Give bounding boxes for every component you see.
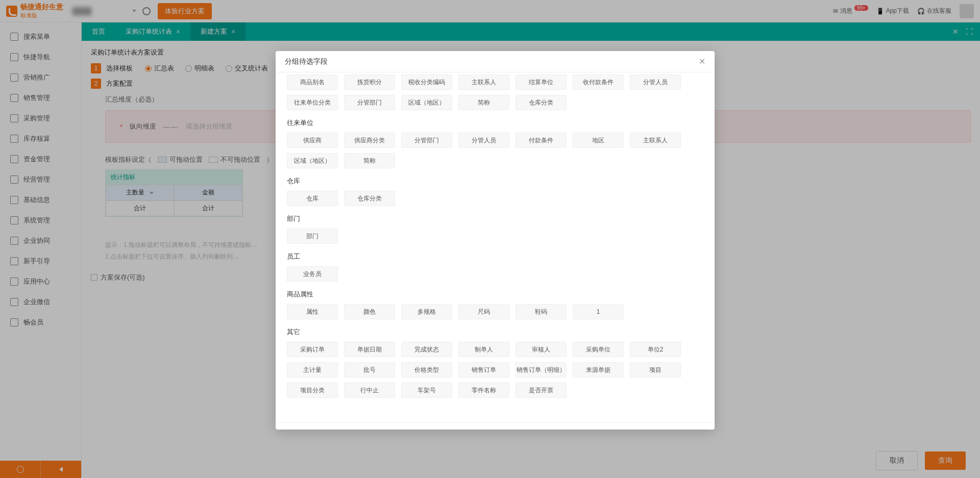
field-option[interactable]: 单位2 [630,342,681,357]
field-option[interactable]: 供应商分类 [344,133,395,148]
modal-hscroll[interactable] [276,422,715,430]
field-option[interactable]: 拣货积分 [344,74,395,90]
field-option[interactable]: 采购订单 [287,342,338,357]
field-option[interactable]: 零件名称 [458,383,509,398]
modal-body[interactable]: 商品别名拣货积分税收分类编码主联系人结算单位收付款条件分管人员往来单位分类分管部… [276,72,715,422]
field-option[interactable]: 项目 [630,362,681,378]
field-option[interactable]: 主计量 [287,362,338,378]
field-group-title: 商品属性 [287,290,703,299]
field-option[interactable]: 是否开票 [516,383,567,398]
field-group-title: 员工 [287,252,703,261]
field-picker-modal: 分组待选字段 ✕ 商品别名拣货积分税收分类编码主联系人结算单位收付款条件分管人员… [276,51,715,430]
field-option[interactable]: 来源单据 [573,362,624,378]
field-option[interactable]: 区域（地区） [401,95,452,110]
field-option[interactable]: 仓库分类 [516,95,567,110]
field-option[interactable]: 车架号 [401,383,452,398]
field-option[interactable]: 鞋码 [516,304,567,319]
field-option[interactable]: 分管人员 [458,133,509,148]
field-option[interactable]: 分管部门 [401,133,452,148]
field-group-title: 仓库 [287,177,703,186]
field-option[interactable]: 分管人员 [630,74,681,90]
field-option[interactable]: 批号 [344,362,395,378]
modal-header: 分组待选字段 ✕ [276,51,715,72]
field-option[interactable]: 仓库 [287,191,338,206]
field-option[interactable]: 属性 [287,304,338,319]
field-option[interactable]: 区域（地区） [287,153,338,168]
modal-title: 分组待选字段 [285,57,328,66]
field-option[interactable]: 分管部门 [344,95,395,110]
field-option[interactable]: 地区 [573,133,624,148]
field-option[interactable]: 1 [573,304,624,319]
field-option[interactable]: 简称 [344,153,395,168]
field-option[interactable]: 付款条件 [516,133,567,148]
field-option[interactable]: 项目分类 [287,383,338,398]
field-option[interactable]: 部门 [287,229,338,244]
field-option[interactable]: 多规格 [401,304,452,319]
field-option[interactable]: 税收分类编码 [401,74,452,90]
field-option[interactable]: 业务员 [287,266,338,282]
field-option[interactable]: 往来单位分类 [287,95,338,110]
field-option[interactable]: 结算单位 [516,74,567,90]
field-option[interactable]: 销售订单 [458,362,509,378]
field-option[interactable]: 单据日期 [344,342,395,357]
field-option[interactable]: 供应商 [287,133,338,148]
field-option[interactable]: 主联系人 [630,133,681,148]
field-option[interactable]: 颜色 [344,304,395,319]
field-option[interactable]: 简称 [458,95,509,110]
field-option[interactable]: 采购单位 [573,342,624,357]
field-option[interactable]: 商品别名 [287,74,338,90]
field-option[interactable]: 完成状态 [401,342,452,357]
field-option[interactable]: 收付款条件 [573,74,624,90]
field-option[interactable]: 尺码 [458,304,509,319]
field-group-title: 其它 [287,328,703,337]
field-option[interactable]: 销售订单（明细） [516,362,567,378]
field-group-title: 部门 [287,214,703,223]
field-option[interactable]: 审核人 [516,342,567,357]
field-option[interactable]: 仓库分类 [344,191,395,206]
field-option[interactable]: 价格类型 [401,362,452,378]
field-option[interactable]: 制单人 [458,342,509,357]
field-group-title: 往来单位 [287,118,703,128]
field-option[interactable]: 行中止 [344,383,395,398]
field-option[interactable]: 主联系人 [458,74,509,90]
close-icon[interactable]: ✕ [699,57,705,66]
